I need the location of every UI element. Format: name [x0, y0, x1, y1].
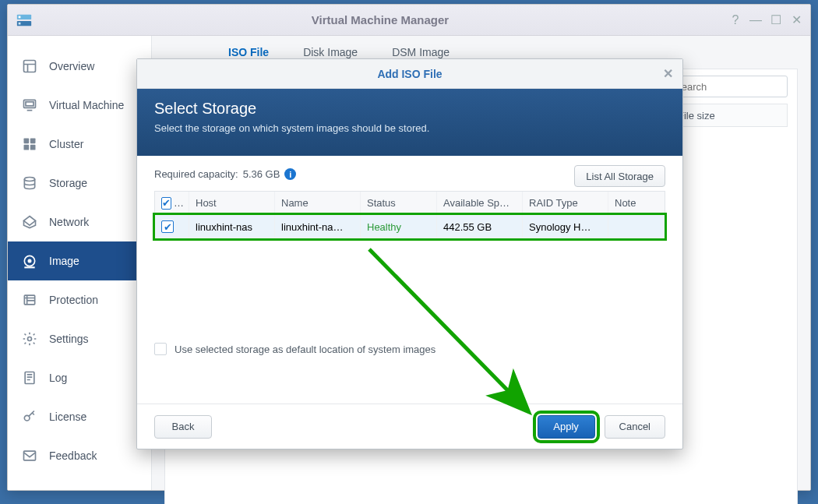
maximize-icon[interactable]: ☐ — [770, 14, 782, 26]
overview-icon — [22, 58, 37, 74]
row-raid: Synology H… — [523, 215, 608, 238]
titlebar: Virtual Machine Manager ? — ☐ ✕ — [8, 5, 810, 36]
minimize-icon[interactable]: — — [749, 14, 762, 26]
row-host: linuxhint-nas — [189, 215, 275, 238]
modal-banner: Select Storage Select the storage on whi… — [137, 89, 682, 156]
svg-point-15 — [28, 337, 32, 341]
svg-rect-18 — [24, 451, 36, 460]
sidebar-item-label: Feedback — [49, 449, 97, 462]
sidebar-item-network[interactable]: Network — [8, 203, 151, 241]
storage-table: ✔… Host Name Status Available Sp… RAID T… — [154, 191, 665, 239]
search-input[interactable] — [675, 81, 806, 93]
row-note — [608, 215, 663, 238]
sidebar-item-overview[interactable]: Overview — [8, 47, 151, 86]
default-storage-label: Use selected storage as default location… — [175, 344, 435, 355]
modal-footer: Back Apply Cancel — [137, 404, 682, 449]
col-host[interactable]: Host — [189, 192, 275, 214]
checkbox-icon: ✔ — [161, 220, 174, 233]
table-header: ✔… Host Name Status Available Sp… RAID T… — [155, 192, 665, 215]
col-note[interactable]: Note — [608, 192, 663, 214]
network-icon — [22, 214, 37, 230]
svg-rect-4 — [24, 61, 36, 72]
storage-icon — [22, 175, 37, 191]
help-icon[interactable]: ? — [729, 14, 742, 26]
sidebar-item-protection[interactable]: Protection — [8, 280, 151, 319]
svg-rect-7 — [24, 139, 30, 144]
sidebar-item-label: Cluster — [49, 138, 83, 150]
key-icon — [22, 409, 37, 425]
sidebar-item-label: Network — [49, 216, 89, 228]
mail-icon — [22, 448, 37, 463]
modal-body: Required capacity: 5.36 GB i List All St… — [137, 156, 682, 404]
row-check[interactable]: ✔ — [155, 215, 189, 238]
col-available[interactable]: Available Sp… — [437, 192, 523, 214]
info-icon[interactable]: i — [284, 168, 296, 180]
col-raid[interactable]: RAID Type — [523, 192, 608, 214]
apply-button[interactable]: Apply — [538, 415, 595, 439]
col-check[interactable]: ✔… — [155, 192, 189, 214]
svg-rect-10 — [30, 145, 36, 150]
sidebar-item-label: License — [49, 411, 86, 423]
required-value: 5.36 GB — [243, 168, 280, 180]
svg-point-17 — [24, 415, 30, 421]
gear-icon — [22, 331, 37, 347]
svg-rect-3 — [19, 22, 21, 24]
sidebar-item-label: Settings — [49, 333, 89, 345]
sidebar-item-image[interactable]: Image — [8, 241, 151, 280]
sidebar-item-virtual-machine[interactable]: Virtual Machine — [8, 86, 151, 125]
protection-icon — [22, 292, 37, 308]
sidebar-item-log[interactable]: Log — [8, 358, 151, 397]
sidebar-item-label: Protection — [49, 294, 98, 306]
cancel-button[interactable]: Cancel — [605, 415, 665, 439]
svg-rect-6 — [26, 102, 33, 106]
sidebar-item-label: Log — [49, 372, 67, 384]
sidebar: Overview Virtual Machine Cluster Storage… — [8, 36, 152, 490]
svg-rect-9 — [24, 145, 30, 150]
modal-heading: Select Storage — [154, 100, 665, 118]
checkbox-icon: ✔ — [161, 197, 171, 210]
close-window-icon[interactable]: ✕ — [790, 14, 802, 26]
required-label: Required capacity: — [154, 168, 238, 180]
row-available: 442.55 GB — [437, 215, 523, 238]
row-name: linuxhint-na… — [275, 215, 361, 238]
sidebar-item-label: Storage — [49, 177, 87, 189]
svg-point-11 — [24, 178, 34, 182]
row-status: Healthy — [361, 215, 437, 238]
sidebar-item-label: Overview — [49, 60, 94, 72]
list-all-storage-button[interactable]: List All Storage — [574, 165, 665, 187]
sidebar-item-license[interactable]: License — [8, 397, 151, 436]
col-status[interactable]: Status — [361, 192, 437, 214]
image-icon — [22, 253, 37, 269]
log-icon — [22, 370, 37, 386]
sidebar-item-feedback[interactable]: Feedback — [8, 436, 151, 475]
modal-header: Add ISO File ✕ — [137, 59, 682, 89]
svg-rect-8 — [30, 139, 36, 144]
app-icon — [16, 12, 33, 29]
sidebar-item-label: Virtual Machine — [49, 99, 124, 111]
default-storage-row[interactable]: Use selected storage as default location… — [154, 343, 435, 355]
svg-point-13 — [28, 259, 30, 262]
sidebar-item-cluster[interactable]: Cluster — [8, 125, 151, 164]
table-row[interactable]: ✔ linuxhint-nas linuxhint-na… Healthy 44… — [155, 215, 665, 238]
window-title: Virtual Machine Manager — [39, 13, 721, 26]
search-box[interactable] — [669, 76, 788, 97]
modal-title: Add ISO File — [377, 68, 442, 80]
vm-icon — [22, 97, 37, 113]
col-name[interactable]: Name — [275, 192, 361, 214]
svg-rect-2 — [19, 16, 21, 18]
checkbox-icon[interactable] — [154, 343, 167, 355]
sidebar-item-storage[interactable]: Storage — [8, 164, 151, 203]
sidebar-item-label: Image — [49, 255, 79, 267]
sidebar-item-settings[interactable]: Settings — [8, 319, 151, 358]
add-iso-modal: Add ISO File ✕ Select Storage Select the… — [136, 58, 683, 449]
column-file-size[interactable]: File size — [669, 104, 788, 127]
close-icon[interactable]: ✕ — [663, 66, 673, 81]
modal-subtext: Select the storage on which system image… — [154, 122, 665, 134]
back-button[interactable]: Back — [154, 415, 212, 439]
cluster-icon — [22, 136, 37, 152]
